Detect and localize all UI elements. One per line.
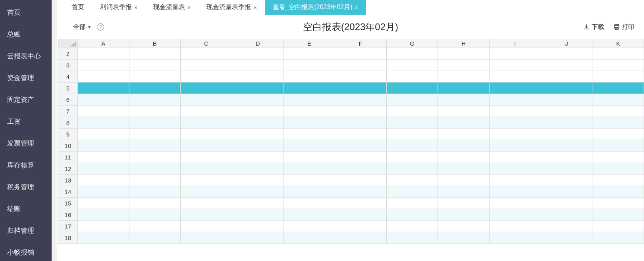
row-header[interactable]: 11 — [58, 152, 78, 163]
cell[interactable] — [386, 48, 438, 59]
row-header[interactable]: 5 — [58, 83, 78, 94]
cell[interactable] — [438, 152, 490, 163]
row-header[interactable]: 13 — [58, 175, 78, 186]
cell[interactable] — [283, 221, 335, 232]
cell[interactable] — [129, 175, 181, 186]
close-icon[interactable]: × — [355, 4, 358, 11]
cell[interactable] — [77, 186, 129, 198]
cell[interactable] — [490, 48, 541, 59]
cell[interactable] — [77, 221, 129, 232]
sidebar-item-invoice[interactable]: 发票管理 — [0, 132, 52, 154]
row-header[interactable]: 6 — [58, 94, 78, 106]
row-header[interactable]: 2 — [58, 48, 78, 59]
cell[interactable] — [232, 175, 283, 186]
sidebar-item-archive[interactable]: 归档管理 — [0, 220, 52, 242]
cell[interactable] — [438, 106, 490, 117]
cell[interactable] — [283, 175, 335, 186]
cell[interactable] — [541, 83, 592, 94]
cell[interactable] — [592, 232, 644, 244]
cell[interactable] — [438, 163, 490, 175]
cell[interactable] — [181, 186, 232, 198]
cell[interactable] — [335, 152, 387, 163]
cell[interactable] — [490, 198, 541, 209]
cell[interactable] — [181, 59, 232, 71]
row-header[interactable]: 15 — [58, 198, 78, 209]
cell[interactable] — [77, 209, 129, 221]
cell[interactable] — [335, 140, 387, 152]
cell[interactable] — [283, 152, 335, 163]
cell[interactable] — [129, 232, 181, 244]
row-header[interactable]: 12 — [58, 163, 78, 175]
cell[interactable] — [592, 163, 644, 175]
cell[interactable] — [438, 140, 490, 152]
cell[interactable] — [181, 232, 232, 244]
cell[interactable] — [232, 163, 283, 175]
sidebar-item-funds[interactable]: 资金管理 — [0, 67, 52, 89]
sidebar-item-assets[interactable]: 固定资产 — [0, 89, 52, 111]
sidebar-item-salary[interactable]: 工资 — [0, 111, 52, 132]
cell[interactable] — [283, 129, 335, 140]
cell[interactable] — [438, 221, 490, 232]
cell[interactable] — [490, 140, 541, 152]
download-button[interactable]: 下载 — [583, 23, 604, 31]
cell[interactable] — [386, 83, 438, 94]
tab-view-blank-report[interactable]: 查看_空白报表(2023年02月) × — [265, 0, 366, 15]
cell[interactable] — [490, 129, 541, 140]
row-header[interactable]: 8 — [58, 117, 78, 129]
cell[interactable] — [335, 198, 387, 209]
cell[interactable] — [232, 117, 283, 129]
cell[interactable] — [77, 152, 129, 163]
tab-cashflow-quarterly[interactable]: 现金流量表季报 × — [199, 0, 264, 15]
cell[interactable] — [541, 186, 592, 198]
cell[interactable] — [129, 59, 181, 71]
cell[interactable] — [283, 198, 335, 209]
cell[interactable] — [438, 59, 490, 71]
cell[interactable] — [386, 175, 438, 186]
cell[interactable] — [283, 106, 335, 117]
cell[interactable] — [129, 221, 181, 232]
cell[interactable] — [335, 129, 387, 140]
close-icon[interactable]: × — [253, 4, 256, 11]
cell[interactable] — [232, 106, 283, 117]
cell[interactable] — [335, 209, 387, 221]
row-header[interactable]: 3 — [58, 59, 78, 71]
cell[interactable] — [541, 232, 592, 244]
cell[interactable] — [77, 129, 129, 140]
cell[interactable] — [490, 106, 541, 117]
cell[interactable] — [386, 186, 438, 198]
cell[interactable] — [438, 48, 490, 59]
cell[interactable] — [592, 129, 644, 140]
select-all-corner[interactable] — [58, 39, 78, 48]
cell[interactable] — [77, 140, 129, 152]
close-icon[interactable]: × — [187, 4, 191, 11]
cell[interactable] — [541, 198, 592, 209]
cell[interactable] — [129, 198, 181, 209]
cell[interactable] — [335, 221, 387, 232]
cell[interactable] — [335, 232, 387, 244]
cell[interactable] — [283, 140, 335, 152]
cell[interactable] — [592, 117, 644, 129]
sidebar-item-home[interactable]: 首页 — [0, 2, 52, 23]
cell[interactable] — [129, 209, 181, 221]
cell[interactable] — [181, 94, 232, 106]
row-header[interactable]: 4 — [58, 71, 78, 83]
cell[interactable] — [181, 152, 232, 163]
cell[interactable] — [490, 59, 541, 71]
cell[interactable] — [232, 129, 283, 140]
cell[interactable] — [77, 175, 129, 186]
cell[interactable] — [283, 186, 335, 198]
cell[interactable] — [335, 175, 387, 186]
cell[interactable] — [490, 94, 541, 106]
cell[interactable] — [181, 221, 232, 232]
cell[interactable] — [592, 140, 644, 152]
cell[interactable] — [181, 71, 232, 83]
cell[interactable] — [386, 232, 438, 244]
cell[interactable] — [181, 129, 232, 140]
tab-profit-quarterly[interactable]: 利润表季报 × — [92, 0, 145, 15]
column-header[interactable]: G — [386, 39, 438, 48]
column-header[interactable]: A — [77, 39, 129, 48]
row-header[interactable]: 16 — [58, 209, 78, 221]
cell[interactable] — [283, 94, 335, 106]
cell[interactable] — [541, 94, 592, 106]
row-header[interactable]: 7 — [58, 106, 78, 117]
